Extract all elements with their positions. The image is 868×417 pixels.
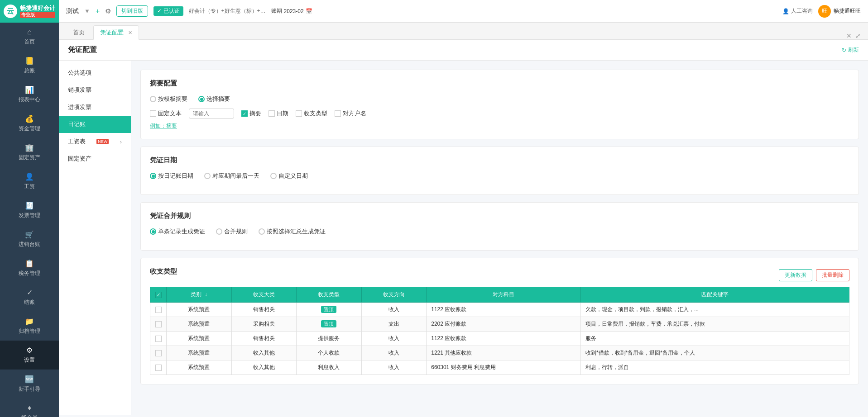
left-menu-item-payroll[interactable]: 工资表 NEW › [59,133,131,150]
status-badge: ✓ 已认证 [153,6,183,16]
calendar-icon[interactable]: 📅 [306,8,312,14]
sidebar-item-funds[interactable]: 💰 资金管理 [0,109,59,138]
row-checkbox-cell [150,360,167,375]
radio-summary-generate[interactable]: 按照选择汇总生成凭证 [259,227,326,236]
checkbox-box-fixed-text [150,110,156,117]
checkbox-payment-type[interactable]: 收支类型 [296,109,327,118]
checkbox-summary[interactable]: ✓ 摘要 [241,109,261,118]
tax-icon: 📋 [25,259,34,268]
row-checkbox-cell [150,317,167,332]
sidebar-item-ledger[interactable]: 📒 总账 [0,51,59,80]
sidebar-item-reports[interactable]: 📊 报表中心 [0,80,59,109]
status-check-icon: ✓ [157,8,163,14]
th-subject: 对方科目 [427,287,581,303]
left-menu-item-public[interactable]: 公共选项 [59,64,131,81]
row-checkbox[interactable] [155,350,162,356]
row-subject: 1221 其他应收款 [427,346,581,360]
consult-icon: 👤 [782,8,789,14]
row-checkbox[interactable] [155,336,162,342]
row-category: 系统预置 [167,360,232,375]
logo-icon: 云 [4,5,17,18]
checkbox-counterpart[interactable]: 对方户名 [335,109,366,118]
sidebar-item-settings[interactable]: ⚙ 设置 [0,341,59,370]
th-category[interactable]: 类别 ↓ [167,287,232,303]
radio-single-record[interactable]: 单条记录生成凭证 [150,227,205,236]
row-checkbox[interactable] [155,321,162,327]
sidebar-item-tax[interactable]: 📋 税务管理 [0,254,59,283]
sidebar-item-archive[interactable]: 📁 归档管理 [0,312,59,341]
sidebar-item-invoice[interactable]: 🧾 发票管理 [0,196,59,225]
row-checkbox[interactable] [155,307,162,313]
checkbox-date[interactable]: 日期 [269,109,288,118]
member-icon: ♦ [28,404,31,412]
sidebar-item-label: 结账 [24,299,35,306]
page-header: 凭证配置 ↻ 刷新 [59,40,868,61]
radio-select-summary[interactable]: 选择摘要 [198,95,230,103]
dropdown-arrow-icon[interactable]: ▼ [84,8,90,14]
sidebar-item-assets[interactable]: 🏢 固定资产 [0,138,59,167]
refresh-button[interactable]: ↻ 刷新 [842,46,859,54]
top-bar-settings-icon[interactable]: ⚙ [105,7,111,15]
sidebar-item-salary[interactable]: 👤 工资 [0,167,59,196]
tab-close-icon[interactable]: ✕ [128,30,132,35]
top-bar: 测试 ▼ + ⚙ 切到旧版 ✓ 已认证 好会计（专）+好生意（标）+… 账期 2… [59,0,868,23]
window-close-icon[interactable]: ✕ [846,32,852,39]
checkbox-fixed-text[interactable]: 固定文本 [150,109,182,118]
row-checkbox[interactable] [155,365,162,371]
date-section: 凭证日期 按日记账日期 对应期间最后一天 自定义日期 [140,147,859,195]
row-checkbox-cell [150,303,167,317]
left-menu-item-purchase-invoice[interactable]: 进项发票 [59,99,131,116]
row-keywords: 项目，日常费用，报销款，车费，承兑汇票，付款 [580,317,849,332]
sidebar-item-member[interactable]: ♦ 畅会员 [0,398,59,417]
checkbox-box-summary: ✓ [241,110,248,117]
radio-template-summary[interactable]: 按模板摘要 [150,95,187,103]
radio-circle-checked [198,96,205,102]
sidebar-item-guide[interactable]: 🆕 新手引导 [0,370,59,398]
income-type-table: ✓ 类别 ↓ 收支大类 收支类型 收支方向 对方科目 匹配关键字 系 [150,287,849,375]
sidebar-item-home[interactable]: ⌂ 首页 [0,23,59,51]
example-link[interactable]: 摘要 [166,123,177,129]
settings-icon: ⚙ [26,346,33,355]
radio-custom-date[interactable]: 自定义日期 [270,172,308,180]
radio-period-last-day[interactable]: 对应期间最后一天 [204,172,259,180]
summary-section: 摘要配置 按模板摘要 选择摘要 [140,70,859,139]
tab-voucher-config[interactable]: 凭证配置 ✕ [93,25,139,40]
sidebar-item-purchase[interactable]: 🛒 进销台账 [0,225,59,254]
row-keywords: 收到*借款，收到*备用金，退回*备用金，个人 [580,346,849,360]
ledger-icon: 📒 [25,57,34,65]
th-direction: 收支方向 [361,287,427,303]
row-type: 个人收款 [297,346,362,360]
consult-button[interactable]: 👤 人工咨询 [782,7,813,15]
salary-icon: 👤 [25,172,34,181]
app-logo: 云 畅捷通好会计 专业版 [0,0,59,23]
sidebar-item-closing[interactable]: ✓ 结账 [0,283,59,312]
page-content: 凭证配置 ↻ 刷新 公共选项 销项发票 进项发票 日记账 [59,40,868,417]
table-row: 系统预置采购相关置顶支出2202 应付账款项目，日常费用，报销款，车费，承兑汇票… [150,317,849,332]
batch-delete-button[interactable]: 批量删除 [816,269,849,281]
avatar: 旺 [818,5,831,18]
main-area: 测试 ▼ + ⚙ 切到旧版 ✓ 已认证 好会计（专）+好生意（标）+… 账期 2… [59,0,868,417]
type-tag[interactable]: 置顶 [321,320,336,327]
summary-radio-group: 按模板摘要 选择摘要 [150,95,849,103]
sidebar: 云 畅捷通好会计 专业版 ⌂ 首页 📒 总账 📊 报表中心 💰 资金管理 🏢 固… [0,0,59,417]
switch-version-button[interactable]: 切到旧版 [116,5,148,17]
radio-diary-date[interactable]: 按日记账日期 [150,172,193,180]
update-data-button[interactable]: 更新数据 [779,269,812,281]
row-keywords: 欠款，现金，项目款，到款，报销款，汇入，... [580,303,849,317]
tab-home[interactable]: 首页 [66,25,91,39]
th-checkbox[interactable]: ✓ [150,287,167,303]
radio-merge-rule[interactable]: 合并规则 [216,227,248,236]
date-radio-group: 按日记账日期 对应期间最后一天 自定义日期 [150,172,849,180]
fixed-text-input[interactable] [189,109,234,118]
window-expand-icon[interactable]: ⤢ [855,32,861,39]
row-major: 采购相关 [231,317,297,332]
type-tag[interactable]: 置顶 [321,306,336,313]
left-menu-item-fixed-assets[interactable]: 固定资产 [59,150,131,167]
top-bar-add-icon[interactable]: + [96,7,100,15]
user-info[interactable]: 旺 畅捷通旺旺 [818,5,861,18]
radio-circle-diary-date [150,173,156,179]
left-menu-item-sales-invoice[interactable]: 销项发票 [59,81,131,99]
left-menu-item-diary[interactable]: 日记账 [59,116,131,133]
row-checkbox-cell [150,346,167,360]
th-major: 收支大类 [231,287,297,303]
